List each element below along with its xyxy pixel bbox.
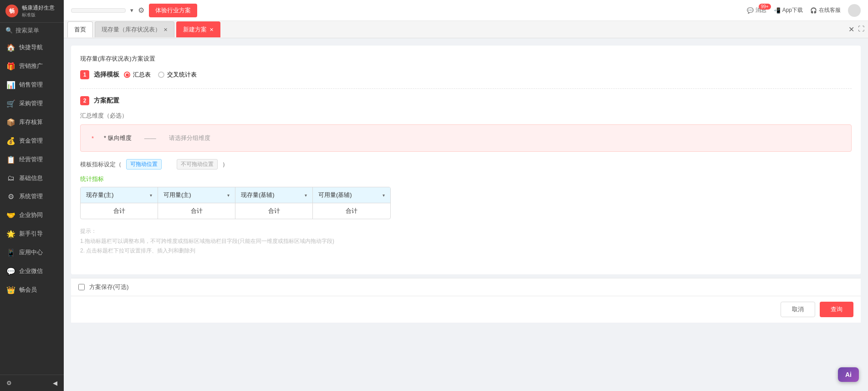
template-radio-group: 汇总表 交叉统计表 — [124, 71, 197, 79]
headset-icon: 🎧 — [810, 7, 817, 14]
box-icon: 📦 — [6, 118, 15, 127]
message-badge: 99+ — [759, 4, 771, 10]
step1-section: 1 选择模板 汇总表 交叉统计表 — [80, 70, 852, 79]
col0-chevron[interactable]: ▾ — [150, 193, 152, 198]
stats-table-body: 合计 合计 合计 合计 — [81, 203, 390, 219]
message-icon: 💬 — [747, 7, 754, 14]
settings-panel: 现存量(库存状况表)方案设置 1 选择模板 汇总表 交叉统计表 — [71, 46, 861, 274]
tab-inventory-close-icon[interactable]: ✕ — [163, 27, 168, 33]
sidebar-item-newcomer[interactable]: 🌟 新手引导 — [0, 225, 64, 243]
radio-crosstab[interactable]: 交叉统计表 — [158, 71, 197, 79]
sidebar-item-app-center[interactable]: 📱 应用中心 — [0, 243, 64, 262]
sidebar-search[interactable]: 🔍 搜索菜单 — [0, 23, 64, 38]
sidebar-nav: 🏠 快捷导航 🎁 营销推广 📊 销售管理 🛒 采购管理 📦 库存核算 💰 资金管… — [0, 38, 64, 375]
main-area: ▾ ⚙ 体验行业方案 💬 消息 99+ 📲 App下载 🎧 在线客服 首页 — [64, 0, 868, 391]
stats-section: 统计指标 现存量(主) ▾ 可用量(主) ▾ — [80, 175, 852, 219]
query-button[interactable]: 查询 — [820, 302, 853, 317]
tab-expand-icon[interactable]: ⛶ — [858, 25, 864, 34]
cell-subtotal-2: 合计 — [235, 203, 313, 219]
indicator-settings-row: 模板指标设定（ 可拖动位置 不可拖动位置 ） — [80, 159, 852, 170]
tips-item-0: 1.拖动标题栏可以调整布局，不可跨维度或指标区域拖动栏目字段(只能在同一维度或指… — [80, 237, 852, 247]
summary-dimension-label: 汇总维度（必选） — [80, 112, 852, 120]
action-bar: 取消 查询 — [71, 296, 861, 323]
sidebar-item-operation[interactable]: 📋 经营管理 — [0, 150, 64, 169]
col-available-qty-aux[interactable]: 可用量(基辅) ▾ — [313, 187, 390, 203]
settings-footer-icon[interactable]: ⚙ — [6, 380, 12, 386]
col3-chevron[interactable]: ▾ — [383, 193, 385, 198]
step2-section: 2 方案配置 汇总维度（必选） * * 纵向维度 —— 请选择分组维度 模板指标… — [80, 96, 852, 256]
step2-header: 2 方案配置 — [80, 96, 852, 105]
sidebar-item-member[interactable]: 👑 畅会员 — [0, 281, 64, 299]
col-current-qty-aux[interactable]: 现存量(基辅) ▾ — [235, 187, 313, 203]
cancel-button[interactable]: 取消 — [781, 302, 815, 317]
cell-subtotal-0: 合计 — [81, 203, 158, 219]
wechat-icon: 💬 — [6, 267, 15, 276]
save-plan-checkbox[interactable] — [78, 284, 85, 290]
search-input[interactable] — [71, 8, 126, 13]
radio-summary[interactable]: 汇总表 — [124, 71, 151, 79]
topbar-right: 💬 消息 99+ 📲 App下载 🎧 在线客服 — [747, 4, 861, 17]
step1-header: 1 选择模板 汇总表 交叉统计表 — [80, 70, 852, 79]
trial-btn[interactable]: 体验行业方案 — [149, 4, 197, 17]
col-current-qty-main[interactable]: 现存量(主) ▾ — [81, 187, 158, 203]
save-plan-label: 方案保存(可选) — [89, 283, 129, 291]
col-available-qty-main[interactable]: 可用量(主) ▾ — [158, 187, 235, 203]
radio-summary-circle — [124, 72, 130, 78]
sidebar-item-quick-nav[interactable]: 🏠 快捷导航 — [0, 38, 64, 57]
sidebar-footer: ⚙ ◀ — [0, 375, 64, 391]
chart-icon: 📊 — [6, 81, 15, 89]
sidebar-item-finance[interactable]: 💰 资金管理 — [0, 132, 64, 150]
col2-chevron[interactable]: ▾ — [305, 193, 307, 198]
sidebar-item-purchase[interactable]: 🛒 采购管理 — [0, 94, 64, 113]
settings-topbar-icon[interactable]: ⚙ — [138, 6, 144, 15]
logo-text: 畅康通好生意 标准版 — [22, 5, 55, 18]
message-btn[interactable]: 💬 消息 99+ — [747, 6, 766, 14]
badge-unmovable: 不可拖动位置 — [177, 159, 218, 170]
sidebar: 畅 畅康通好生意 标准版 🔍 搜索菜单 🏠 快捷导航 🎁 营销推广 📊 销售管理… — [0, 0, 64, 391]
topbar: ▾ ⚙ 体验行业方案 💬 消息 99+ 📲 App下载 🎧 在线客服 — [64, 0, 868, 21]
sidebar-item-sales[interactable]: 📊 销售管理 — [0, 76, 64, 94]
cart-icon: 🛒 — [6, 99, 15, 108]
gear-icon: ⚙ — [6, 192, 15, 201]
required-star: * — [92, 135, 94, 142]
folder-icon: 🗂 — [6, 174, 15, 182]
tab-home[interactable]: 首页 — [67, 21, 93, 37]
sidebar-item-marketing[interactable]: 🎁 营销推广 — [0, 57, 64, 76]
app-download-btn[interactable]: 📲 App下载 — [774, 6, 803, 14]
sidebar-item-inventory[interactable]: 📦 库存核算 — [0, 113, 64, 132]
radio-crosstab-circle — [158, 72, 164, 78]
dimension-dash: —— — [144, 135, 156, 142]
tab-new-plan[interactable]: 新建方案 ✕ — [176, 21, 220, 37]
stats-title: 统计指标 — [80, 175, 852, 183]
step1-label: 选择模板 — [94, 71, 119, 79]
download-icon: 📲 — [774, 7, 781, 14]
collapse-icon[interactable]: ◀ — [53, 380, 57, 386]
tips-title: 提示： — [80, 228, 97, 234]
money-icon: 💰 — [6, 137, 15, 145]
sidebar-item-enterprise-wechat[interactable]: 💬 企业微信 — [0, 262, 64, 281]
tips-section: 提示： 1.拖动标题栏可以调整布局，不可跨维度或指标区域拖动栏目字段(只能在同一… — [80, 226, 852, 256]
tab-new-plan-close-icon[interactable]: ✕ — [209, 27, 214, 33]
home-icon: 🏠 — [6, 43, 15, 52]
mobile-icon: 📱 — [6, 248, 15, 257]
step2-label: 方案配置 — [94, 97, 119, 105]
sidebar-item-enterprise[interactable]: 🤝 企业协同 — [0, 206, 64, 225]
online-service-btn[interactable]: 🎧 在线客服 — [810, 6, 841, 14]
crown-icon: 👑 — [6, 286, 15, 294]
sidebar-logo: 畅 畅康通好生意 标准版 — [0, 0, 64, 23]
dropdown-icon[interactable]: ▾ — [130, 7, 133, 14]
stats-table-header: 现存量(主) ▾ 可用量(主) ▾ 现存量(基辅) ▾ — [81, 187, 390, 203]
logo-icon: 畅 — [5, 5, 18, 17]
stats-table: 现存量(主) ▾ 可用量(主) ▾ 现存量(基辅) ▾ — [80, 187, 391, 219]
badge-movable: 可拖动位置 — [126, 159, 162, 170]
avatar[interactable] — [848, 4, 861, 17]
ai-button[interactable]: Ai — [838, 367, 859, 382]
tab-close-window-icon[interactable]: ✕ — [848, 25, 854, 34]
dimension-field-label: * 纵向维度 — [104, 134, 132, 142]
sidebar-item-base-info[interactable]: 🗂 基础信息 — [0, 169, 64, 187]
sidebar-item-system[interactable]: ⚙ 系统管理 — [0, 187, 64, 206]
tab-inventory-status[interactable]: 现存量（库存状况表） ✕ — [95, 21, 174, 37]
footer-bar: 方案保存(可选) — [71, 278, 861, 296]
cell-subtotal-3: 合计 — [313, 203, 390, 219]
col1-chevron[interactable]: ▾ — [227, 193, 230, 198]
